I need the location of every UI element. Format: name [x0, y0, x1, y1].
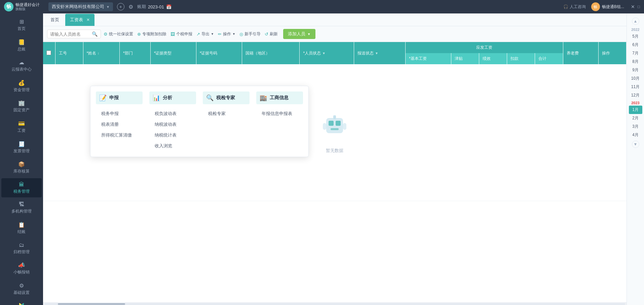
- window-close-icon[interactable]: ✕: [631, 4, 635, 9]
- timeline-month-11[interactable]: 11月: [629, 83, 642, 91]
- search-input[interactable]: [50, 32, 90, 37]
- logo-icon: 畅: [4, 2, 13, 11]
- timeline-month-3[interactable]: 3月: [629, 122, 642, 131]
- timeline-month-9[interactable]: 9月: [629, 66, 642, 74]
- sidebar-item-funds[interactable]: 💰 资金管理: [1, 76, 42, 96]
- settle-icon: 📋: [18, 222, 25, 228]
- header-right: 🎧 人工咨询 畅 畅捷通B组...: [563, 2, 624, 11]
- timeline-month-4[interactable]: 4月: [629, 131, 642, 139]
- search-input-wrap[interactable]: 🔍: [47, 30, 101, 38]
- menu-item-tax-stats[interactable]: 纳税统计表: [149, 130, 196, 141]
- menu-item-income-tax[interactable]: 所得税汇算清缴: [96, 130, 143, 141]
- dropdown-header-business: 🏬 工商信息: [256, 91, 303, 104]
- col-region: 国籍（地区）: [242, 42, 300, 64]
- operations-button[interactable]: ✏ 操作 ▼: [218, 31, 235, 37]
- select-all-checkbox[interactable]: [46, 50, 51, 55]
- tab-close-button[interactable]: ✕: [86, 17, 90, 22]
- sidebar-item-multi[interactable]: 🏗 多机构管理: [1, 198, 42, 218]
- refresh-button[interactable]: ↺ 刷新: [265, 31, 278, 37]
- settings-icon[interactable]: ⚙: [128, 4, 133, 10]
- sidebar-item-changtong[interactable]: 📣 小畅报销: [1, 259, 42, 278]
- timeline-down-button[interactable]: ▼: [632, 141, 639, 148]
- tab-salary-table[interactable]: 工资表 ✕: [65, 14, 94, 26]
- user-area[interactable]: 畅 畅捷通B组...: [591, 2, 624, 11]
- col-group-payroll: 应发工资: [406, 42, 563, 53]
- export-button[interactable]: ↗ 导出 ▼: [196, 31, 214, 37]
- menu-item-tax-payment[interactable]: 纳税波动表: [149, 119, 196, 130]
- svg-rect-6: [343, 123, 346, 130]
- add-person-button[interactable]: 添加人员 ▼: [283, 29, 315, 39]
- sidebar-item-cloud[interactable]: ☁ 云报表中心: [1, 56, 42, 76]
- sidebar-item-salary[interactable]: 💳 工资: [1, 117, 42, 137]
- sidebar-item-home[interactable]: ⊞ 首页: [1, 15, 42, 35]
- new-guide-button[interactable]: ◎ 新手引导: [239, 31, 261, 37]
- top-header: 畅 畅捷通好会计 旗舰版 西安虾米网络科技有限公司 ▼ + ⚙ 账期 2023-…: [0, 0, 644, 13]
- funds-icon: 💰: [18, 80, 25, 86]
- dropdown-header-tax-expert: 🔍 税检专家: [203, 91, 250, 104]
- svg-rect-2: [336, 121, 341, 126]
- timeline-month-10[interactable]: 10月: [629, 74, 642, 83]
- menu-item-annual-report[interactable]: 年报信息申报表: [256, 108, 303, 119]
- col-dept: *部门: [119, 42, 150, 64]
- menu-item-tax-expert[interactable]: 税检专家: [203, 108, 250, 119]
- sidebar-item-guide[interactable]: 🔰 新手引导: [1, 299, 42, 305]
- svg-rect-4: [333, 115, 336, 119]
- tax-declaration-button[interactable]: 🖼 个税申报: [171, 31, 192, 37]
- add-company-button[interactable]: +: [117, 3, 124, 10]
- menu-item-tax-table[interactable]: 税表清册: [96, 119, 143, 130]
- svg-rect-5: [323, 123, 326, 130]
- sidebar-item-inventory[interactable]: 📦 库存核算: [1, 158, 42, 178]
- calendar-icon[interactable]: 📅: [166, 4, 172, 9]
- dropdown-col-analysis: 📊 分析 税负波动表 纳税波动表 纳税统计表 收入浏览: [149, 91, 196, 151]
- changtong-icon: 📣: [18, 262, 25, 268]
- svg-rect-1: [329, 121, 334, 126]
- col-id: 工号: [55, 42, 83, 64]
- search-icon: 🔍: [92, 31, 98, 37]
- sidebar-item-archive[interactable]: 🗂 归档管理: [1, 239, 42, 258]
- sidebar-item-settle[interactable]: 📋 结账: [1, 218, 42, 238]
- col-deduct: 扣款: [507, 53, 535, 64]
- menu-item-tax-burden[interactable]: 税负波动表: [149, 108, 196, 119]
- company-select[interactable]: 西安虾米网络科技有限公司 ▼: [48, 2, 113, 11]
- tab-home[interactable]: 首页: [46, 14, 64, 26]
- basic-icon: ⚙: [19, 282, 24, 289]
- ledger-icon: 📒: [18, 39, 25, 45]
- timeline-month-2[interactable]: 2月: [629, 114, 642, 122]
- avatar: 畅: [591, 2, 600, 11]
- period-area: 账期 2023-01 📅: [137, 4, 172, 10]
- special-deduction-button[interactable]: ⊕ 专项附加扣除: [137, 31, 166, 37]
- inventory-icon: 📦: [18, 161, 25, 167]
- scrollbar-thumb[interactable]: [58, 303, 125, 305]
- business-icon: 🏬: [260, 94, 267, 102]
- export-icon: ↗: [196, 32, 200, 37]
- menu-item-tax-declare[interactable]: 税务申报: [96, 108, 143, 119]
- svg-rect-0: [326, 118, 343, 133]
- col-status: *人员状态▼: [300, 42, 354, 64]
- timeline-month-7[interactable]: 7月: [629, 49, 642, 58]
- scrollbar-area: [43, 302, 627, 305]
- timeline-month-8[interactable]: 8月: [629, 58, 642, 66]
- home-icon: ⊞: [20, 18, 24, 25]
- sidebar-item-invoice[interactable]: 🧾 发票管理: [1, 138, 42, 157]
- timeline-month-5[interactable]: 5月: [629, 32, 642, 41]
- dropdown-menu: 📝 申报 税务申报 税表清册 所得税汇算清缴 📊 分析 税负波动表 纳税波动表 …: [90, 86, 309, 157]
- sidebar-item-ledger[interactable]: 📒 总账: [1, 36, 42, 55]
- timeline-month-1[interactable]: 1月: [629, 106, 642, 114]
- dropdown-col-declaration: 📝 申报 税务申报 税表清册 所得税汇算清缴: [96, 91, 143, 151]
- window-maximize-icon[interactable]: □: [638, 4, 640, 9]
- social-security-button[interactable]: ⚙ 统一社保设置: [104, 31, 133, 37]
- tab-bar: 首页 工资表 ✕: [43, 13, 627, 26]
- timeline-panel: ▲ 2022 5月 6月 7月 8月 9月 10月 11月 12月 2023 1…: [627, 13, 644, 305]
- menu-item-income-browse[interactable]: 收入浏览: [149, 141, 196, 151]
- sidebar-item-basic[interactable]: ⚙ 基础设置: [1, 279, 42, 299]
- dropdown-header-analysis: 📊 分析: [149, 91, 196, 104]
- timeline-month-6[interactable]: 6月: [629, 41, 642, 49]
- logo-text: 畅捷通好会计 旗舰版: [15, 2, 40, 11]
- timeline-month-12[interactable]: 12月: [629, 91, 642, 100]
- scrollbar-track[interactable]: [44, 303, 625, 305]
- sidebar-item-assets[interactable]: 🏢 固定资产: [1, 97, 42, 116]
- help-button[interactable]: 🎧 人工咨询: [563, 4, 586, 10]
- timeline-up-button[interactable]: ▲: [632, 17, 639, 25]
- sidebar-item-tax[interactable]: 🏛 税务管理: [1, 178, 42, 198]
- invoice-icon: 🧾: [18, 141, 25, 147]
